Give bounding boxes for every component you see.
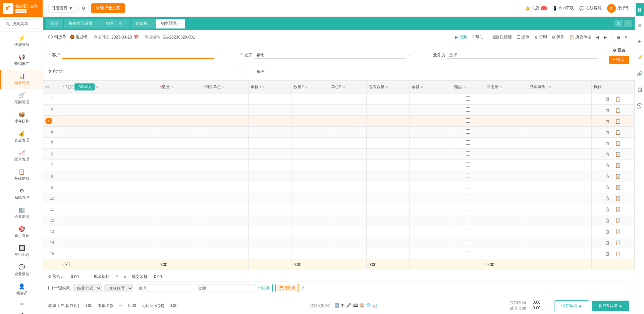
close-tab-button[interactable]: ✕ <box>614 20 623 27</box>
col-2-row-10[interactable] <box>249 193 291 204</box>
video-btn[interactable]: ▶ 视频 <box>453 34 469 41</box>
product-cell-13[interactable] <box>61 226 157 237</box>
col-4-row-1[interactable] <box>329 93 366 105</box>
search-menu-button[interactable]: 🔍 搜索菜单 <box>3 19 40 28</box>
delete-row-btn-11[interactable]: 🗑 <box>603 206 612 213</box>
save-new-button[interactable]: 保存&新增 ▲ <box>592 301 629 311</box>
unit-sort-icon[interactable]: ⇅ <box>222 85 225 89</box>
cost-cell-8[interactable] <box>527 171 592 182</box>
copy-row-btn-1[interactable]: 📋 <box>613 96 623 102</box>
product-cell-8[interactable] <box>61 171 157 182</box>
tab-sale-out[interactable]: 销货单× <box>131 19 156 28</box>
col-1-row-7[interactable] <box>200 160 249 171</box>
col-8-row-15[interactable] <box>484 248 527 259</box>
product-cell-3[interactable] <box>61 116 157 127</box>
product-cell-11[interactable] <box>61 204 157 215</box>
customer-more-btn[interactable]: ··· <box>216 53 219 57</box>
delete-row-btn-2[interactable]: 🗑 <box>603 107 612 113</box>
help-btn[interactable]: ? 帮助 <box>470 34 485 41</box>
col-5-row-5[interactable] <box>366 138 409 149</box>
app-download-button[interactable]: 📱 App下载 <box>552 5 574 11</box>
copy-row-btn-2[interactable]: 📋 <box>613 107 623 113</box>
col-3-row-8[interactable] <box>291 171 329 182</box>
category-select[interactable]: 日用百货 ▼ <box>48 4 76 13</box>
address-more-btn[interactable]: ··· <box>231 69 235 74</box>
col-3-row-4[interactable] <box>291 127 329 138</box>
delete-row-btn-5[interactable]: 🗑 <box>603 140 612 146</box>
col-8-row-9[interactable] <box>484 182 527 193</box>
cost-cell-14[interactable] <box>527 237 592 248</box>
col-0-row-6[interactable] <box>157 149 200 160</box>
gift-cell-6[interactable] <box>452 149 484 160</box>
col-1-row-11[interactable] <box>200 204 249 215</box>
delete-row-btn-7[interactable]: 🗑 <box>603 162 612 169</box>
copy-row-btn-15[interactable]: 📋 <box>613 250 623 257</box>
product-cell-5[interactable] <box>61 138 157 149</box>
notice-button[interactable]: 🔔 消息 70 <box>525 5 547 11</box>
copy-row-btn-9[interactable]: 📋 <box>613 184 623 191</box>
col-6-row-3[interactable] <box>409 116 452 127</box>
account-select[interactable]: 收款账号 <box>104 284 133 292</box>
copy-row-btn-6[interactable]: 📋 <box>613 151 623 158</box>
cost-cell-10[interactable] <box>527 193 592 204</box>
col-5-row-1[interactable] <box>366 93 409 105</box>
col-8-row-12[interactable] <box>484 215 527 226</box>
col-8-row-11[interactable] <box>484 204 527 215</box>
col-4-row-9[interactable] <box>329 182 366 193</box>
amount-sort-icon[interactable]: ⇅ <box>421 85 423 89</box>
col-8-row-8[interactable] <box>484 171 527 182</box>
col-2-row-11[interactable] <box>249 204 291 215</box>
copy-row-btn-7[interactable]: 📋 <box>613 162 623 169</box>
col-2-row-7[interactable] <box>249 160 291 171</box>
col-1-row-1[interactable] <box>200 93 249 105</box>
col-3-row-3[interactable] <box>291 116 329 127</box>
delete-row-btn-3[interactable]: 🗑 <box>603 118 612 124</box>
delete-row-btn-9[interactable]: 🗑 <box>603 184 612 191</box>
account-number-input[interactable] <box>136 285 192 292</box>
col-6-row-5[interactable] <box>409 138 452 149</box>
taskbar-icon-3[interactable]: 🎤 <box>346 303 351 309</box>
right-panel-star-btn[interactable]: ★ <box>636 35 644 48</box>
cost-cell-15[interactable] <box>527 248 592 259</box>
tab-close-sale-order[interactable]: × <box>123 22 125 25</box>
right-panel-link-btn[interactable]: 🔗 <box>636 67 644 80</box>
copy-row-btn-14[interactable]: 📋 <box>613 239 623 246</box>
col-5-row-4[interactable] <box>366 127 409 138</box>
calendar-icon[interactable]: 📅 <box>134 35 139 40</box>
gift-cell-7[interactable] <box>452 160 484 171</box>
right-panel-note-btn[interactable]: 📝 <box>636 51 644 64</box>
cost-cell-2[interactable] <box>527 105 592 116</box>
col-0-row-9[interactable] <box>157 182 200 193</box>
cost-cell-6[interactable] <box>527 149 592 160</box>
col-4-row-3[interactable] <box>329 116 366 127</box>
col-0-row-12[interactable] <box>157 215 200 226</box>
col-5-row-7[interactable] <box>366 160 409 171</box>
col-4-row-10[interactable] <box>329 193 366 204</box>
sidebar-item-wechat[interactable]: 💬企业微信 <box>0 261 43 280</box>
col-4-row-2[interactable] <box>329 105 366 116</box>
cost-sort-icon[interactable]: ⇅ <box>549 85 551 89</box>
col-2-row-12[interactable] <box>249 215 291 226</box>
col-1-row-10[interactable] <box>200 193 249 204</box>
expense-help-icon[interactable]: ? <box>302 286 304 291</box>
col-3-row-1[interactable] <box>291 93 329 105</box>
col-2-row-6[interactable] <box>249 149 291 160</box>
online-service-button[interactable]: 💬 在线客服 <box>579 5 602 11</box>
col-8-row-7[interactable] <box>484 160 527 171</box>
staff-more-btn[interactable]: ··· <box>600 53 604 57</box>
col-1-row-12[interactable] <box>200 215 249 226</box>
warehouse-more-btn[interactable]: ··· <box>408 53 411 57</box>
col-3-row-10[interactable] <box>291 193 329 204</box>
col-0-row-2[interactable] <box>157 105 200 116</box>
col-1-row-6[interactable] <box>200 149 249 160</box>
col-0-row-1[interactable] <box>157 93 200 105</box>
copy-row-btn-8[interactable]: 📋 <box>613 173 623 180</box>
gift-cell-1[interactable] <box>452 93 484 105</box>
sidebar-item-enterprise[interactable]: 🏢企业协同 <box>0 203 43 223</box>
sidebar-item-apps[interactable]: 🔲应用中心 <box>0 242 43 261</box>
cost-cell-11[interactable] <box>527 204 592 215</box>
print-btn[interactable]: 🖨 打印 <box>532 34 549 41</box>
product-cell-12[interactable] <box>61 215 157 226</box>
settings-icon[interactable]: ⚙ <box>45 85 49 89</box>
copy-row-btn-4[interactable]: 📋 <box>613 129 623 135</box>
